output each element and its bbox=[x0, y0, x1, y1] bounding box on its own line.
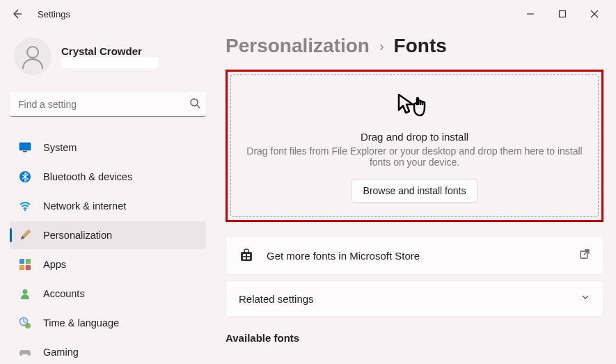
app-title: Settings bbox=[38, 9, 70, 19]
search-box bbox=[10, 92, 206, 117]
svg-point-4 bbox=[27, 47, 38, 58]
close-button[interactable] bbox=[578, 3, 610, 25]
open-external-icon bbox=[579, 248, 590, 262]
window-controls bbox=[514, 3, 610, 25]
svg-rect-7 bbox=[19, 143, 31, 150]
nav-item-system[interactable]: System bbox=[10, 134, 206, 161]
nav-label: System bbox=[43, 142, 77, 153]
available-fonts-title: Available fonts bbox=[226, 332, 603, 344]
breadcrumb-current: Fonts bbox=[394, 35, 447, 57]
nav-label: Network & internet bbox=[43, 200, 126, 212]
nav-item-network[interactable]: Network & internet bbox=[10, 192, 206, 220]
nav-item-bluetooth[interactable]: Bluetooth & devices bbox=[10, 163, 206, 191]
highlight-annotation: Drag and drop to install Drag font files… bbox=[226, 70, 603, 222]
svg-rect-19 bbox=[241, 252, 252, 261]
svg-point-11 bbox=[24, 209, 26, 211]
dropzone-description: Drag font files from File Explorer or yo… bbox=[245, 145, 584, 168]
profile[interactable]: Crystal Crowder bbox=[10, 38, 206, 75]
chevron-right-icon: › bbox=[379, 38, 384, 54]
gaming-icon bbox=[18, 345, 32, 359]
breadcrumb: Personalization › Fonts bbox=[226, 35, 603, 57]
store-card[interactable]: Get more fonts in Microsoft Store bbox=[226, 236, 603, 275]
nav-item-gaming[interactable]: Gaming bbox=[10, 338, 206, 364]
wifi-icon bbox=[18, 199, 32, 213]
svg-rect-21 bbox=[247, 254, 250, 256]
accounts-icon bbox=[18, 287, 32, 301]
svg-rect-9 bbox=[23, 151, 27, 152]
nav-label: Apps bbox=[43, 259, 66, 270]
nav: System Bluetooth & devices Network & int… bbox=[10, 134, 206, 364]
nav-item-personalization[interactable]: Personalization bbox=[10, 221, 206, 249]
browse-fonts-button[interactable]: Browse and install fonts bbox=[352, 179, 478, 203]
nav-item-time-language[interactable]: Time & language bbox=[10, 309, 206, 337]
svg-point-18 bbox=[25, 323, 31, 329]
nav-label: Bluetooth & devices bbox=[43, 171, 132, 182]
nav-label: Personalization bbox=[43, 230, 112, 241]
nav-label: Accounts bbox=[43, 288, 85, 299]
clock-globe-icon bbox=[18, 316, 32, 330]
content: Personalization › Fonts Drag and drop to… bbox=[216, 28, 616, 364]
profile-name: Crystal Crowder bbox=[61, 45, 159, 57]
svg-rect-20 bbox=[243, 254, 246, 256]
minimize-icon bbox=[526, 10, 535, 18]
profile-email bbox=[61, 57, 159, 68]
related-settings-label: Related settings bbox=[239, 293, 581, 305]
minimize-button[interactable] bbox=[514, 3, 546, 25]
close-icon bbox=[590, 10, 599, 18]
svg-rect-13 bbox=[26, 259, 31, 264]
svg-rect-22 bbox=[243, 258, 246, 260]
svg-rect-1 bbox=[560, 11, 566, 17]
store-icon bbox=[239, 248, 254, 263]
nav-item-accounts[interactable]: Accounts bbox=[10, 280, 206, 308]
titlebar: Settings bbox=[0, 0, 616, 28]
back-button[interactable] bbox=[6, 3, 28, 25]
avatar bbox=[14, 38, 52, 75]
maximize-button[interactable] bbox=[546, 3, 578, 25]
svg-line-6 bbox=[197, 105, 200, 108]
svg-point-5 bbox=[191, 99, 198, 106]
nav-label: Time & language bbox=[43, 317, 119, 329]
nav-label: Gaming bbox=[43, 347, 79, 358]
paintbrush-icon bbox=[18, 228, 32, 242]
search-button[interactable] bbox=[189, 97, 200, 111]
svg-point-16 bbox=[23, 290, 28, 294]
svg-rect-23 bbox=[247, 258, 250, 260]
search-icon bbox=[189, 97, 200, 109]
bluetooth-icon bbox=[18, 170, 32, 184]
sidebar: Crystal Crowder System Bluetooth & devic… bbox=[0, 28, 216, 364]
dropzone-title: Drag and drop to install bbox=[361, 131, 468, 143]
profile-info: Crystal Crowder bbox=[61, 45, 159, 68]
system-icon bbox=[18, 141, 32, 155]
search-input[interactable] bbox=[10, 92, 206, 117]
svg-rect-12 bbox=[19, 259, 24, 264]
maximize-icon bbox=[558, 10, 567, 18]
breadcrumb-parent[interactable]: Personalization bbox=[226, 35, 370, 57]
chevron-down-icon bbox=[581, 292, 590, 305]
apps-icon bbox=[18, 258, 32, 271]
related-settings-card[interactable]: Related settings bbox=[226, 280, 603, 317]
svg-rect-14 bbox=[19, 265, 24, 270]
nav-item-apps[interactable]: Apps bbox=[10, 251, 206, 278]
arrow-left-icon bbox=[11, 8, 22, 19]
svg-rect-15 bbox=[26, 265, 31, 270]
font-dropzone[interactable]: Drag and drop to install Drag font files… bbox=[230, 74, 599, 217]
store-card-label: Get more fonts in Microsoft Store bbox=[267, 250, 579, 262]
person-icon bbox=[19, 42, 47, 70]
cursor-hand-icon bbox=[396, 92, 434, 124]
